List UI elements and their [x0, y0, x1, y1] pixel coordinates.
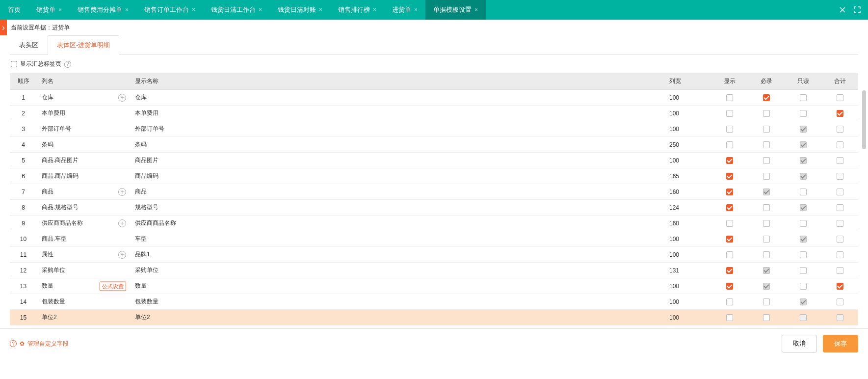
checkbox[interactable] — [837, 251, 843, 258]
close-icon[interactable]: × — [474, 6, 478, 13]
checkbox[interactable] — [726, 141, 733, 148]
footer-help-icon[interactable]: ? — [10, 340, 17, 347]
cell-display[interactable]: 外部订单号 — [130, 121, 664, 137]
cell-width[interactable]: 160 — [664, 184, 711, 200]
checkbox[interactable] — [800, 283, 807, 290]
checkbox[interactable] — [726, 314, 733, 321]
checkbox[interactable] — [763, 204, 770, 211]
cell-width[interactable]: 100 — [664, 153, 711, 168]
checkbox[interactable] — [837, 141, 843, 148]
checkbox[interactable] — [800, 251, 807, 258]
checkbox[interactable] — [837, 173, 843, 180]
top-tab[interactable]: 销售订单工作台× — [136, 0, 203, 20]
checkbox[interactable] — [800, 267, 807, 274]
top-tab[interactable]: 单据模板设置× — [425, 0, 486, 20]
close-icon[interactable]: × — [58, 6, 62, 13]
checkbox[interactable] — [726, 173, 733, 180]
checkbox[interactable] — [726, 110, 733, 117]
checkbox[interactable] — [726, 94, 733, 101]
cell-display[interactable]: 仓库 — [130, 90, 664, 106]
close-icon[interactable]: × — [319, 6, 322, 13]
table-row[interactable]: 2本单费用本单费用100 — [10, 106, 858, 121]
cell-width[interactable]: 250 — [664, 137, 711, 153]
close-icon[interactable]: × — [125, 6, 129, 13]
checkbox[interactable] — [763, 173, 770, 180]
checkbox[interactable] — [763, 126, 770, 133]
top-tab[interactable]: 销货单× — [28, 0, 70, 20]
scrollbar-thumb[interactable] — [862, 90, 866, 149]
checkbox[interactable] — [837, 267, 843, 274]
checkbox[interactable] — [726, 267, 733, 274]
top-tab[interactable]: 钱货日清对账× — [270, 0, 330, 20]
cell-display[interactable]: 本单费用 — [130, 106, 664, 121]
table-row[interactable]: 7商品+商品160 — [10, 184, 858, 200]
table-row[interactable]: 13数量公式设置数量100 — [10, 278, 858, 294]
table-row[interactable]: 10商品.车型车型100 — [10, 231, 858, 247]
top-tab[interactable]: 销售排行榜× — [330, 0, 384, 20]
table-row[interactable]: 12采购单位采购单位131 — [10, 263, 858, 278]
checkbox[interactable] — [837, 236, 843, 243]
table-row[interactable]: 9供应商商品名称+供应商商品名称160 — [10, 216, 858, 231]
cell-display[interactable]: 商品图片 — [130, 153, 664, 168]
close-icon[interactable]: × — [414, 6, 418, 13]
cell-display[interactable]: 包装数量 — [130, 294, 664, 310]
checkbox[interactable] — [763, 220, 770, 227]
add-icon[interactable]: + — [118, 251, 126, 259]
cell-display[interactable]: 采购单位 — [130, 263, 664, 278]
save-button[interactable]: 保存 — [823, 335, 858, 352]
cell-display[interactable]: 商品 — [130, 184, 664, 200]
table-row[interactable]: 1仓库+仓库100 — [10, 90, 858, 106]
checkbox[interactable] — [800, 220, 807, 227]
cell-display[interactable]: 供应商商品名称 — [130, 216, 664, 231]
checkbox[interactable] — [726, 220, 733, 227]
cell-width[interactable]: 100 — [664, 310, 711, 325]
summary-checkbox[interactable] — [11, 61, 17, 67]
checkbox[interactable] — [763, 314, 770, 321]
table-row[interactable]: 15单位2单位2100 — [10, 310, 858, 325]
scrollbar[interactable] — [862, 90, 867, 325]
checkbox[interactable] — [726, 236, 733, 243]
checkbox[interactable] — [837, 94, 843, 101]
sub-tab[interactable]: 表头区 — [10, 35, 48, 55]
checkbox[interactable] — [837, 189, 843, 195]
cell-width[interactable]: 124 — [664, 200, 711, 216]
cell-width[interactable]: 100 — [664, 278, 711, 294]
fullscreen-icon[interactable] — [853, 6, 861, 14]
cell-width[interactable]: 100 — [664, 121, 711, 137]
table-row[interactable]: 14包装数量包装数量100 — [10, 294, 858, 310]
checkbox[interactable] — [800, 94, 807, 101]
formula-button[interactable]: 公式设置 — [100, 281, 126, 291]
cell-width[interactable]: 165 — [664, 168, 711, 184]
checkbox[interactable] — [800, 189, 807, 195]
checkbox[interactable] — [726, 157, 733, 164]
top-tab[interactable]: 进货单× — [384, 0, 425, 20]
checkbox[interactable] — [837, 204, 843, 211]
checkbox[interactable] — [726, 204, 733, 211]
table-row[interactable]: 11属性+品牌1100 — [10, 247, 858, 263]
cell-width[interactable]: 100 — [664, 294, 711, 310]
manage-custom-fields-link[interactable]: 管理自定义字段 — [27, 340, 69, 348]
checkbox[interactable] — [726, 283, 733, 290]
add-icon[interactable]: + — [118, 188, 126, 196]
add-icon[interactable]: + — [118, 219, 126, 227]
table-row[interactable]: 6商品.商品编码商品编码165 — [10, 168, 858, 184]
cell-display[interactable]: 商品编码 — [130, 168, 664, 184]
close-icon[interactable]: × — [192, 6, 195, 13]
close-icon[interactable]: × — [373, 6, 376, 13]
checkbox[interactable] — [726, 126, 733, 133]
table-row[interactable]: 8商品.规格型号规格型号124 — [10, 200, 858, 216]
table-row[interactable]: 5商品.商品图片商品图片100 — [10, 153, 858, 168]
checkbox[interactable] — [763, 157, 770, 164]
cell-display[interactable]: 数量 — [130, 278, 664, 294]
top-tab[interactable]: 销售费用分摊单× — [70, 0, 136, 20]
checkbox[interactable] — [763, 236, 770, 243]
checkbox[interactable] — [763, 141, 770, 148]
checkbox[interactable] — [763, 94, 770, 101]
checkbox[interactable] — [763, 298, 770, 305]
checkbox[interactable] — [763, 110, 770, 117]
table-row[interactable]: 4条码条码250 — [10, 137, 858, 153]
checkbox[interactable] — [726, 189, 733, 195]
close-icon[interactable]: × — [259, 6, 262, 13]
top-tab[interactable]: 首页 — [0, 0, 28, 20]
cell-width[interactable]: 100 — [664, 231, 711, 247]
